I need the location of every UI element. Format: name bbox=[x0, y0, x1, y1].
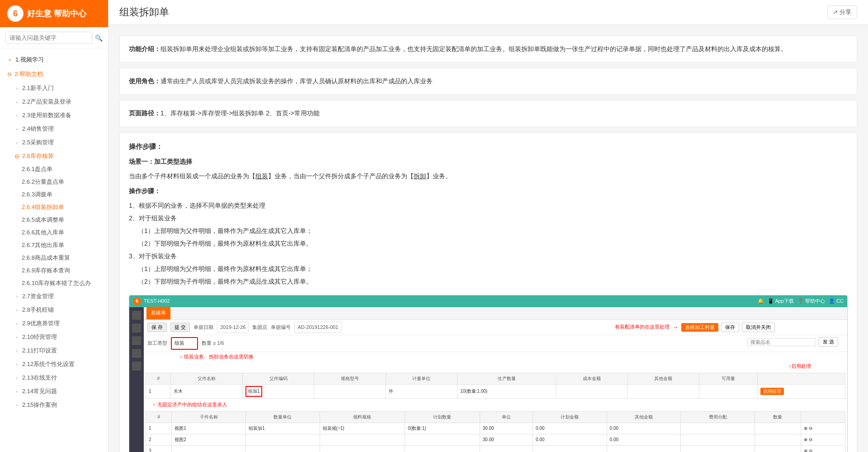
mock-type-selector[interactable]: 组装 bbox=[171, 337, 198, 350]
mock-bottom-table-row: 3⊕ ⊖ bbox=[146, 445, 845, 452]
mock-col-header: 规格型号 bbox=[314, 373, 386, 384]
sidebar-item-docs[interactable]: ⊖ 2.帮助文档 bbox=[0, 67, 108, 81]
mock-cell bbox=[405, 434, 480, 445]
mock-cell: 件 bbox=[386, 384, 457, 398]
role-section: 使用角色：通常由生产人员或库管人员完成拆装业务的操作，库管人员确认原材料的出库和… bbox=[119, 68, 857, 95]
sidebar-header: 6 好生意 帮助中心 bbox=[0, 0, 108, 27]
mock-cell bbox=[556, 384, 627, 398]
sidebar-item-otherout[interactable]: 2.6.7其他出库单 bbox=[0, 239, 108, 252]
nav-section-docs: ⊖ 2.帮助文档 ＋ 2.1新手入门 ＋ 2.2产品安装及登录 ＋ 2.3使用前… bbox=[0, 67, 108, 412]
path-label: 页面路径： bbox=[129, 109, 160, 117]
mock-cell: 0(数量:1) bbox=[405, 423, 480, 434]
sidebar-item-videos[interactable]: ＋ 1.视频学习 bbox=[0, 52, 108, 67]
sidebar-item-otherin[interactable]: 2.6.6其他入库单 bbox=[0, 226, 108, 239]
mock-top-table-row: 1 关木 组加1 件 10(数量:1.00) bbox=[146, 384, 845, 398]
sidebar-item-costadj[interactable]: 2.6.5成本调整单 bbox=[0, 214, 108, 226]
mock-nobom-arrow: ↑ bbox=[153, 400, 156, 409]
mock-annotation-bom-text: 有装配清单的在这里处理 bbox=[615, 323, 670, 332]
mock-sidebar-icon bbox=[132, 349, 141, 358]
intro-body: 组装拆卸单用来处理企业组装或拆卸等加工业务，支持有固定装配清单的产品加工业务，也… bbox=[160, 45, 787, 52]
mock-action-btn[interactable]: 启用处理 bbox=[760, 388, 784, 395]
mock-cancel-btn[interactable]: 取消并关闭 bbox=[742, 323, 775, 332]
search-input[interactable] bbox=[5, 32, 92, 44]
collapse-icon: ⊖ bbox=[14, 153, 19, 160]
mock-col-header: 子件名称 bbox=[172, 411, 246, 423]
mock-cell: ⊕ ⊖ bbox=[801, 423, 845, 434]
mock-col-header: # bbox=[146, 411, 172, 423]
sidebar-item-coupon[interactable]: ＋ 2.9优惠券管理 bbox=[0, 317, 108, 330]
sidebar-item-print[interactable]: ＋ 2.11打印设置 bbox=[0, 344, 108, 357]
mock-annotation-switch: ↑ 组装业务、拆卸业务在这里切换 bbox=[180, 352, 254, 362]
mock-select-type-btn[interactable]: 选择加工料量 bbox=[681, 323, 718, 332]
sidebar-item-data[interactable]: ＋ 2.3使用前数据准备 bbox=[0, 109, 108, 122]
expand-icon: ＋ bbox=[14, 99, 19, 105]
mock-left-sidebar bbox=[129, 307, 144, 452]
mock-sidebar-icon bbox=[132, 362, 141, 371]
sub1-2: （2）下部明细为子件明细，最终作为原材料生成其它出库单。 bbox=[138, 237, 848, 250]
mock-order-label: 单据编号 bbox=[271, 323, 291, 332]
mock-cell: 1 bbox=[146, 384, 171, 398]
mock-save-btn2[interactable]: 保存 bbox=[721, 323, 739, 332]
sidebar-item-assembly[interactable]: 2.6.4组装拆卸单 bbox=[0, 201, 108, 214]
mock-cell: 组装加1 bbox=[245, 423, 320, 434]
mock-cell bbox=[245, 434, 320, 445]
sidebar-item-warehouse[interactable]: ⊖ 2.6库存核算 bbox=[0, 149, 108, 163]
mock-col-header: 生产数量 bbox=[458, 373, 556, 384]
sidebar-item-sales[interactable]: ＋ 2.4销售管理 bbox=[0, 122, 108, 136]
sidebar-item-mobile[interactable]: ＋ 2.8手机旺铺 bbox=[0, 303, 108, 317]
mock-type-value: 组装 bbox=[175, 340, 184, 346]
sidebar-item-newbie[interactable]: ＋ 2.1新手入门 bbox=[0, 81, 108, 95]
sidebar-item-finance[interactable]: ＋ 2.7资金管理 bbox=[0, 290, 108, 303]
share-button[interactable]: ↗ 分享 bbox=[827, 5, 857, 19]
role-text: 使用角色：通常由生产人员或库管人员完成拆装业务的操作，库管人员确认原材料的出库和… bbox=[129, 76, 848, 87]
nav-children-docs: ＋ 2.1新手入门 ＋ 2.2产品安装及登录 ＋ 2.3使用前数据准备 ＋ 2.… bbox=[0, 81, 108, 412]
mock-bottom-table: # 子件名称 数量单位 领料规格 计划数量 单位 计划金额 其他金额 bbox=[146, 411, 845, 452]
intro-section: 功能介绍：组装拆卸单用来处理企业组装或拆卸等加工业务，支持有固定装配清单的产品加… bbox=[119, 36, 857, 62]
mock-cell bbox=[320, 434, 405, 445]
mock-save-btn[interactable]: 保 存 bbox=[147, 323, 167, 332]
mock-annotation-nobom: ↑ 无固定济产中的组结在这里录入 bbox=[144, 400, 847, 411]
search-icon[interactable]: 🔍 bbox=[95, 34, 103, 42]
mock-cell: 2 bbox=[146, 434, 172, 445]
sidebar-item-costcalc[interactable]: 2.6.8商品成本重算 bbox=[0, 252, 108, 264]
mock-cell: 启用处理 bbox=[757, 384, 845, 398]
mock-search-sku[interactable] bbox=[747, 338, 816, 346]
main-area: 组装拆卸单 ↗ 分享 功能介绍：组装拆卸单用来处理企业组装或拆卸等加工业务，支持… bbox=[108, 0, 868, 452]
share-icon: ↗ bbox=[833, 9, 838, 15]
sidebar-item-custom[interactable]: ＋ 2.12系统个性化设置 bbox=[0, 357, 108, 371]
content-area: 功能介绍：组装拆卸单用来处理企业组装或拆卸等加工业务，支持有固定装配清单的产品加… bbox=[108, 25, 868, 452]
sub1-1: （1）上部明细为父件明细，最终作为产成品生成其它入库单； bbox=[138, 224, 848, 237]
sidebar-item-transfer[interactable]: 2.6.3调拨单 bbox=[0, 188, 108, 201]
mock-cell bbox=[755, 434, 801, 445]
sidebar-item-stockquery[interactable]: 2.6.9库存账本查询 bbox=[0, 264, 108, 277]
sub1: （1）上部明细为父件明细，最终作为产成品生成其它入库单； （2）下部明细为子件明… bbox=[129, 224, 848, 250]
sidebar-item-stockcount[interactable]: 2.6.1盘点单 bbox=[0, 163, 108, 176]
mock-submit-btn[interactable]: 提 交 bbox=[170, 323, 190, 332]
top-bar: 组装拆卸单 ↗ 分享 bbox=[108, 0, 868, 25]
sidebar-item-purchase[interactable]: ＋ 2.5采购管理 bbox=[0, 136, 108, 149]
mock-date-value: 2019-12-26 bbox=[217, 322, 249, 333]
mock-confirm-btn[interactable]: 发 选 bbox=[819, 337, 838, 347]
expand-icon: ＋ bbox=[14, 85, 19, 92]
path-body: 1、库存核算->库存管理->组装拆卸单 2、首页->常用功能 bbox=[160, 109, 320, 117]
mock-col-header: 成本金额 bbox=[556, 373, 627, 384]
sub2-2: （2）下部明细为子件明细，最终作为产成品生成其它入库单。 bbox=[138, 275, 848, 288]
sidebar-item-stockerror[interactable]: 2.6.10库存账本错了怎么办 bbox=[0, 277, 108, 290]
mock-cell bbox=[681, 423, 755, 434]
screenshot-inner: 6 TEST-H002 🔔 📱 App下载 ❓ 帮助中心 👤 CC bbox=[129, 295, 847, 452]
expand-icon: ＋ bbox=[14, 361, 19, 368]
sidebar-item-payment[interactable]: ＋ 2.13在线支付 bbox=[0, 371, 108, 385]
sidebar-item-install[interactable]: ＋ 2.2产品安装及登录 bbox=[0, 95, 108, 109]
sidebar-item-partialcount[interactable]: 2.6.2分量盘点单 bbox=[0, 176, 108, 188]
mock-cell bbox=[755, 423, 801, 434]
expand-icon: ＋ bbox=[14, 347, 19, 354]
mock-cell: 10(数量:1.00) bbox=[458, 384, 556, 398]
sidebar-item-cases[interactable]: ＋ 2.15操作案例 bbox=[0, 398, 108, 412]
mock-tab-new: 新建单 bbox=[146, 307, 170, 319]
mock-cell: 30.00 bbox=[480, 423, 533, 434]
mock-count-label: 数量 ≥ 1/6 bbox=[202, 339, 224, 348]
search-box: 🔍 bbox=[0, 27, 108, 49]
mock-user-icon: 👤 CC bbox=[829, 297, 844, 306]
sidebar-item-biz[interactable]: ＋ 2.10经营管理 bbox=[0, 330, 108, 344]
sidebar-item-faq[interactable]: ＋ 2.14常见问题 bbox=[0, 385, 108, 398]
